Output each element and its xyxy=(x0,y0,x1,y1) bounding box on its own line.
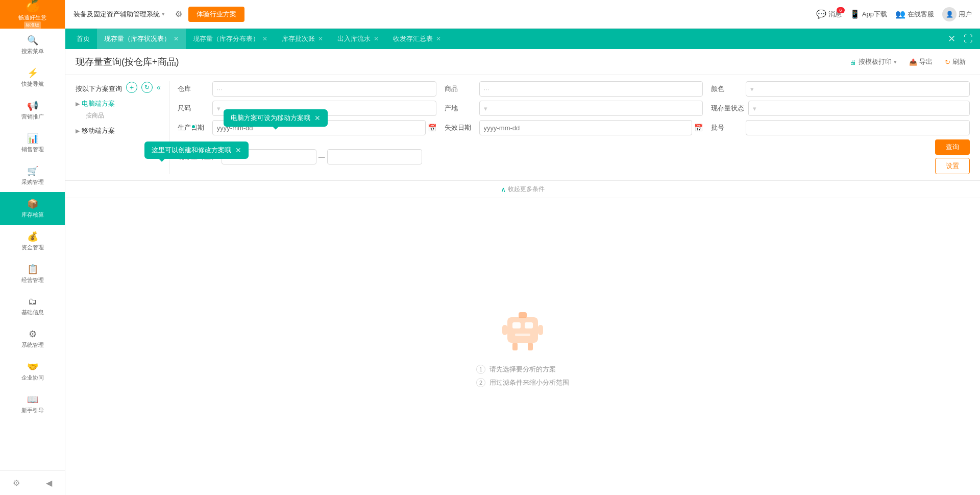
prev-scheme-btn[interactable]: « xyxy=(157,83,161,91)
search-button[interactable]: 查询 xyxy=(935,139,970,155)
topbar-gear-icon[interactable]: ⚙ xyxy=(175,9,182,19)
batch-no-input[interactable] xyxy=(746,120,970,135)
stock-qty-range: — xyxy=(222,149,422,164)
empty-state: 1 请先选择要分析的方案 2 用过滤条件来缩小分析范围 xyxy=(65,198,980,495)
sidebar-item-enterprise[interactable]: 🤝 企业协同 xyxy=(0,355,65,388)
empty-step-2: 2 用过滤条件来缩小分析范围 xyxy=(476,378,569,387)
collapse-button[interactable]: ∧ 收起更多条件 xyxy=(501,185,545,194)
empty-steps: 1 请先选择要分析的方案 2 用过滤条件来缩小分析范围 xyxy=(476,365,569,391)
sidebar-item-search[interactable]: 🔍 搜索菜单 xyxy=(0,29,65,61)
gear-icon: ⚙ xyxy=(29,328,37,340)
sidebar-item-operation[interactable]: 📋 经营管理 xyxy=(0,257,65,290)
calendar-icon-expire[interactable]: 📅 xyxy=(694,124,703,132)
stock-status-select[interactable]: ▾ xyxy=(748,101,970,116)
expire-date-label: 失效日期 xyxy=(445,123,475,132)
tab-inventory-dist[interactable]: 现存量（库存分布表） ✕ xyxy=(186,29,275,49)
tab-home[interactable]: 首页 xyxy=(69,29,97,49)
collapse-row[interactable]: ∧ 收起更多条件 xyxy=(65,181,980,198)
tooltip-edit-close[interactable]: ✕ xyxy=(235,146,241,154)
scheme-node-mobile[interactable]: ▶ 移动端方案 xyxy=(76,125,161,137)
expire-date-input[interactable] xyxy=(479,120,693,135)
cart-icon: 🛒 xyxy=(27,166,38,177)
tab-close-batch[interactable]: ✕ xyxy=(318,35,323,42)
refresh-btn[interactable]: ↻ 刷新 xyxy=(941,55,970,68)
tab-batch[interactable]: 库存批次账 ✕ xyxy=(275,29,330,49)
stock-status-chevron-icon: ▾ xyxy=(753,105,756,112)
print-label: 按模板打印 xyxy=(859,57,892,66)
size-chevron-icon: ▾ xyxy=(217,105,220,112)
sidebar-item-finance[interactable]: 💰 资金管理 xyxy=(0,225,65,257)
tab-close-collect[interactable]: ✕ xyxy=(436,35,441,42)
sidebar-item-guide[interactable]: 📖 新手引导 xyxy=(0,388,65,420)
print-btn[interactable]: 🖨 按模板打印 ▾ xyxy=(846,55,901,68)
sidebar-item-marketing[interactable]: 📢 营销推广 xyxy=(0,94,65,127)
warehouse-select[interactable]: ··· xyxy=(212,81,436,97)
sidebar-item-inventory[interactable]: 📦 库存核算 xyxy=(0,192,65,225)
sidebar-nav: 🔍 搜索菜单 ⚡ 快捷导航 📢 营销推广 📊 销售管理 🛒 采购管理 📦 库存核… xyxy=(0,29,65,470)
stock-status-field: 现存量状态 ▾ xyxy=(711,101,970,116)
tab-inventory-status[interactable]: 现存量（库存状况表） ✕ xyxy=(97,29,186,49)
support-label: 在线客服 xyxy=(908,10,934,19)
handshake-icon: 🤝 xyxy=(27,361,38,372)
batch-no-field: 批号 xyxy=(711,120,970,135)
money-icon: 💰 xyxy=(27,231,38,242)
app-download-action[interactable]: 📱 App下载 xyxy=(850,9,887,19)
sidebar-footer: ⚙ ◀ xyxy=(0,470,65,495)
goods-scheme-label: 按商品 xyxy=(86,111,104,120)
sidebar-label-operation: 经营管理 xyxy=(21,276,44,284)
export-btn[interactable]: 📤 导出 xyxy=(905,55,937,68)
collapse-sidebar-btn[interactable]: ◀ xyxy=(42,476,56,490)
add-scheme-btn[interactable]: + xyxy=(126,82,137,93)
color-select[interactable]: ▾ xyxy=(746,81,970,97)
empty-illustration xyxy=(497,302,548,355)
scheme-tree: ▶ 电脑端方案 按商品 ▶ 移动端方案 xyxy=(76,98,161,137)
refresh-scheme-btn[interactable]: ↻ xyxy=(141,82,153,93)
tab-inout[interactable]: 出入库流水 ✕ xyxy=(330,29,386,49)
page-title: 现存量查询(按仓库+商品) xyxy=(76,56,179,68)
filter-area: 按以下方案查询 + ↻ « ▶ 电脑端方案 xyxy=(65,75,980,181)
user-label: 用户 xyxy=(959,10,972,19)
sidebar-label-enterprise: 企业协同 xyxy=(21,374,44,382)
tab-close-all-btn[interactable]: ✕ xyxy=(945,31,959,46)
svg-rect-4 xyxy=(519,312,527,318)
support-action[interactable]: 👥 在线客服 xyxy=(895,9,934,19)
reset-button[interactable]: 设置 xyxy=(935,158,970,174)
tooltip-pc-close[interactable]: ✕ xyxy=(314,114,321,122)
origin-label: 产地 xyxy=(445,104,475,113)
sidebar-item-quick[interactable]: ⚡ 快捷导航 xyxy=(0,61,65,94)
stock-qty-max-input[interactable] xyxy=(327,149,422,164)
tabbar-actions: ✕ ⛶ xyxy=(945,31,976,46)
tab-close-inout[interactable]: ✕ xyxy=(374,35,379,42)
scheme-node-goods[interactable]: 按商品 xyxy=(86,110,161,122)
page-actions: 🖨 按模板打印 ▾ 📤 导出 ↻ 刷新 xyxy=(846,55,970,68)
calendar-icon-produce[interactable]: 📅 xyxy=(428,124,436,132)
tab-expand-btn[interactable]: ⛶ xyxy=(961,32,976,46)
expire-date-field: 失效日期 📅 xyxy=(445,120,703,135)
sidebar-label-guide: 新手引导 xyxy=(21,407,44,414)
svg-rect-7 xyxy=(512,343,518,350)
scheme-node-pc[interactable]: ▶ 电脑端方案 xyxy=(76,98,161,110)
tab-close-inventory-dist[interactable]: ✕ xyxy=(262,35,267,42)
step-label-2: 用过滤条件来缩小分析范围 xyxy=(489,378,569,387)
tab-close-inventory-status[interactable]: ✕ xyxy=(174,35,179,42)
app-title-select[interactable]: 装备及固定资产辅助管理系统 ▾ xyxy=(74,10,165,19)
sidebar-item-basic[interactable]: 🗂 基础信息 xyxy=(0,290,65,322)
origin-select[interactable]: ▾ xyxy=(479,101,703,116)
sidebar-item-purchase[interactable]: 🛒 采购管理 xyxy=(0,159,65,192)
goods-select[interactable]: ··· xyxy=(479,81,703,97)
connector-dot-1 xyxy=(191,124,196,129)
svg-rect-5 xyxy=(502,325,507,335)
warehouse-label: 仓库 xyxy=(178,84,208,93)
content-inner: 现存量查询(按仓库+商品) 🖨 按模板打印 ▾ 📤 导出 ↻ 刷新 xyxy=(65,49,980,495)
tooltip-edit-scheme: 这里可以创建和修改方案哦 ✕ xyxy=(144,142,249,159)
goods-label: 商品 xyxy=(445,84,475,93)
tab-collect[interactable]: 收发存汇总表 ✕ xyxy=(386,29,448,49)
user-action[interactable]: 👤 用户 xyxy=(942,7,972,21)
sidebar-item-system[interactable]: ⚙ 系统管理 xyxy=(0,322,65,355)
message-action[interactable]: 💬 消息 6 xyxy=(816,9,842,19)
origin-chevron-icon: ▾ xyxy=(484,105,487,112)
logo-icon: 🍊 xyxy=(26,0,39,13)
plan-button[interactable]: 体验行业方案 xyxy=(188,7,244,22)
settings-footer-btn[interactable]: ⚙ xyxy=(9,476,24,490)
sidebar-item-sales[interactable]: 📊 销售管理 xyxy=(0,127,65,159)
